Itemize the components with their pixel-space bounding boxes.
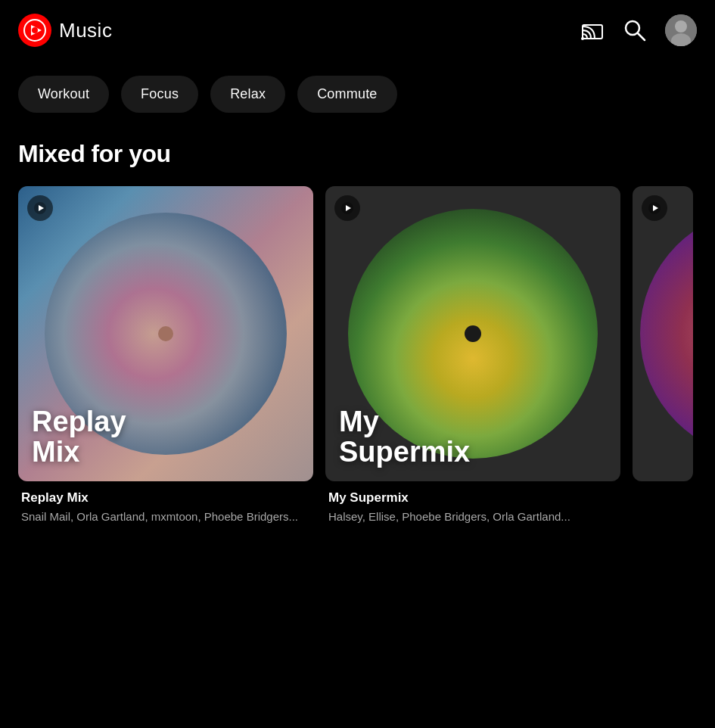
card-overlay-line2-replay: Mix: [32, 437, 126, 468]
card-sub-supermix: Halsey, Ellise, Phoebe Bridgers, Orla Ga…: [328, 509, 617, 524]
search-button[interactable]: [623, 18, 647, 42]
card-label-overlay-supermix: My Supermix: [339, 407, 470, 468]
svg-point-3: [32, 27, 38, 33]
card-thumbnail-replay: Replay Mix: [18, 186, 313, 481]
svg-point-5: [581, 37, 584, 40]
play-overlay-supermix[interactable]: [334, 195, 360, 221]
card-my-supermix[interactable]: My Supermix My Supermix Halsey, Ellise, …: [325, 186, 620, 524]
app-header: Music: [0, 0, 715, 61]
card-my-mix-3[interactable]: [633, 186, 693, 524]
play-overlay-replay[interactable]: [27, 195, 53, 221]
mood-chips-row: Workout Focus Relax Commute: [0, 61, 715, 125]
disc-center-replay: [158, 326, 173, 341]
user-avatar[interactable]: [665, 14, 697, 46]
card-label-overlay-replay: Replay Mix: [32, 407, 126, 468]
play-overlay-mix3[interactable]: [642, 195, 667, 221]
card-name-replay: Replay Mix: [21, 490, 310, 506]
chip-commute[interactable]: Commute: [297, 76, 396, 113]
card-sub-replay: Snail Mail, Orla Gartland, mxmtoon, Phoe…: [21, 509, 310, 524]
card-overlay-line2-supermix: Supermix: [339, 437, 470, 468]
disc-center-supermix: [465, 325, 481, 342]
card-replay-mix[interactable]: Replay Mix Replay Mix Snail Mail, Orla G…: [18, 186, 313, 524]
card-name-supermix: My Supermix: [328, 490, 617, 506]
chip-relax[interactable]: Relax: [210, 76, 285, 113]
header-right: [580, 14, 697, 46]
cast-button[interactable]: [580, 18, 605, 42]
svg-point-9: [675, 20, 687, 33]
header-left: Music: [18, 14, 112, 47]
yt-music-logo[interactable]: [18, 14, 51, 47]
app-title: Music: [59, 19, 112, 42]
card-info-replay: Replay Mix Snail Mail, Orla Gartland, mx…: [18, 490, 313, 524]
card-thumbnail-supermix: My Supermix: [325, 186, 620, 481]
cards-row: Replay Mix Replay Mix Snail Mail, Orla G…: [18, 186, 697, 524]
mixed-for-you-section: Mixed for you Replay Mix: [0, 125, 715, 524]
disc-art-mix3: [633, 186, 693, 481]
card-overlay-line1-replay: Replay: [32, 407, 126, 437]
card-thumbnail-mix3: [633, 186, 693, 481]
card-info-supermix: My Supermix Halsey, Ellise, Phoebe Bridg…: [325, 490, 620, 524]
chip-focus[interactable]: Focus: [121, 76, 198, 113]
section-title: Mixed for you: [18, 140, 697, 168]
card-overlay-line1-supermix: My: [339, 407, 470, 437]
svg-line-7: [638, 33, 645, 40]
chip-workout[interactable]: Workout: [18, 76, 109, 113]
